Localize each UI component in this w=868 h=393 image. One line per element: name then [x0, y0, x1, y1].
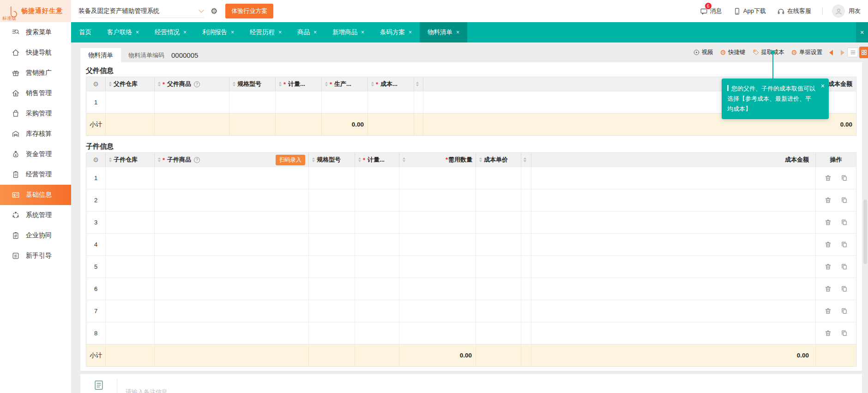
- online-service-button[interactable]: 在线客服: [777, 7, 811, 15]
- cell-spec[interactable]: [309, 322, 355, 344]
- parent-col-spec[interactable]: 规格型号: [229, 77, 276, 91]
- sidebar-item-basic-info[interactable]: 基础信息: [0, 185, 71, 205]
- cell-spec[interactable]: [309, 234, 355, 255]
- cell-extra[interactable]: [521, 322, 531, 344]
- tab-home[interactable]: 首页: [71, 22, 99, 42]
- cell-product[interactable]: [155, 256, 309, 278]
- corner-panel-button[interactable]: [859, 47, 868, 58]
- avatar[interactable]: [832, 5, 845, 18]
- delete-row-icon[interactable]: [825, 285, 832, 292]
- sort-icon[interactable]: [158, 157, 161, 162]
- parent-col-warehouse[interactable]: 父件仓库: [106, 77, 155, 91]
- copy-row-icon[interactable]: [841, 308, 848, 314]
- cell-warehouse[interactable]: [106, 278, 155, 300]
- sort-icon[interactable]: [524, 157, 526, 162]
- tab-new-product[interactable]: 新增商品×: [325, 22, 372, 42]
- child-col-unit[interactable]: *计量...: [355, 153, 399, 167]
- tab-business-history[interactable]: 经营历程×: [242, 22, 289, 42]
- close-tab-icon[interactable]: ×: [456, 29, 459, 36]
- doc-settings-button[interactable]: ⚙ 单据设置: [791, 48, 822, 56]
- close-all-tabs-button[interactable]: ×: [856, 22, 868, 42]
- cell-spec[interactable]: [309, 189, 355, 211]
- sidebar-item-collaboration[interactable]: 企业协同: [0, 225, 71, 246]
- cell-unit[interactable]: [355, 256, 399, 278]
- cell-product[interactable]: [155, 91, 229, 113]
- cell-price[interactable]: [476, 167, 521, 189]
- cell-extra[interactable]: [521, 300, 531, 322]
- cell-qty[interactable]: [322, 91, 368, 113]
- close-tab-icon[interactable]: ×: [313, 29, 317, 36]
- parent-col-unit[interactable]: *计量...: [276, 77, 322, 91]
- cell-product[interactable]: [155, 212, 309, 233]
- close-tab-icon[interactable]: ×: [136, 29, 139, 36]
- cell-price[interactable]: [476, 212, 521, 233]
- copy-row-icon[interactable]: [841, 197, 848, 204]
- sidebar-item-inventory[interactable]: 库存核算: [0, 124, 71, 144]
- cell-qty[interactable]: [399, 212, 476, 233]
- cell-qty[interactable]: [399, 234, 476, 255]
- cell-unit[interactable]: [355, 212, 399, 233]
- child-col-spec[interactable]: 规格型号: [309, 153, 355, 167]
- tab-customer-contact[interactable]: 客户联络×: [99, 22, 147, 42]
- cell-price[interactable]: [476, 256, 521, 278]
- sort-icon[interactable]: [158, 82, 161, 86]
- settings-gear-icon[interactable]: ⚙: [211, 7, 217, 15]
- sort-icon[interactable]: [371, 82, 374, 86]
- delete-row-icon[interactable]: [825, 175, 832, 181]
- sort-icon[interactable]: [479, 157, 482, 162]
- cell-spec[interactable]: [309, 167, 355, 189]
- cell-qty[interactable]: [399, 189, 476, 211]
- cell-qty[interactable]: [399, 278, 476, 300]
- copy-row-icon[interactable]: [841, 285, 848, 292]
- column-settings-button[interactable]: ⚙: [86, 153, 106, 167]
- cell-product[interactable]: [155, 189, 309, 211]
- shortcut-keys-button[interactable]: ⚙ 快捷键: [720, 48, 746, 56]
- sidebar-item-sales[interactable]: 销售管理: [0, 83, 71, 103]
- sidebar-item-operations[interactable]: 经营管理: [0, 164, 71, 185]
- close-tab-icon[interactable]: ×: [278, 29, 282, 36]
- cell-product[interactable]: [155, 234, 309, 255]
- cell-warehouse[interactable]: [106, 167, 155, 189]
- close-tab-icon[interactable]: ×: [361, 29, 364, 36]
- cell-qty[interactable]: [399, 256, 476, 278]
- cell-extra[interactable]: [521, 189, 531, 211]
- tab-products[interactable]: 商品×: [289, 22, 325, 42]
- sort-icon[interactable]: [279, 82, 282, 86]
- copy-row-icon[interactable]: [841, 175, 848, 181]
- vertical-scrollbar-thumb[interactable]: [863, 200, 867, 264]
- cell-price[interactable]: [476, 300, 521, 322]
- extract-cost-button[interactable]: 提取成本: [753, 48, 784, 56]
- cell-price[interactable]: [476, 322, 521, 344]
- cell-qty[interactable]: [399, 322, 476, 344]
- sidebar-item-marketing[interactable]: 营销推广: [0, 63, 71, 83]
- cell-product[interactable]: [155, 278, 309, 300]
- parent-col-product[interactable]: *父件商品?: [155, 77, 229, 91]
- sidebar-item-funds[interactable]: 资金管理: [0, 144, 71, 164]
- trial-solution-button[interactable]: 体验行业方案: [225, 4, 273, 18]
- delete-row-icon[interactable]: [825, 219, 832, 226]
- cell-spec[interactable]: [229, 91, 276, 113]
- cell-warehouse[interactable]: [106, 234, 155, 255]
- copy-row-icon[interactable]: [841, 219, 848, 226]
- parent-col-qty[interactable]: *生产...: [322, 77, 368, 91]
- sidebar-item-purchase[interactable]: 采购管理: [0, 103, 71, 124]
- sort-icon[interactable]: [109, 157, 112, 162]
- delete-row-icon[interactable]: [825, 263, 832, 270]
- delete-row-icon[interactable]: [825, 241, 832, 248]
- cell-warehouse[interactable]: [106, 300, 155, 322]
- cell-warehouse[interactable]: [106, 322, 155, 344]
- cell-unit[interactable]: [355, 278, 399, 300]
- cell-warehouse[interactable]: [106, 256, 155, 278]
- delete-row-icon[interactable]: [825, 197, 832, 204]
- tab-bom-active[interactable]: 物料清单×: [420, 22, 467, 42]
- cell-unit[interactable]: [276, 91, 322, 113]
- tab-profit-report[interactable]: 利润报告×: [194, 22, 242, 42]
- cell-qty[interactable]: [399, 300, 476, 322]
- cell-product[interactable]: [155, 322, 309, 344]
- child-col-extra-sort[interactable]: [521, 153, 531, 167]
- doc-tab-bom[interactable]: 物料清单: [80, 48, 121, 62]
- sidebar-item-guide[interactable]: 新 新手引导: [0, 246, 71, 266]
- cell-qty[interactable]: [399, 167, 476, 189]
- copy-row-icon[interactable]: [841, 241, 848, 248]
- sidebar-item-system[interactable]: 系统管理: [0, 205, 71, 225]
